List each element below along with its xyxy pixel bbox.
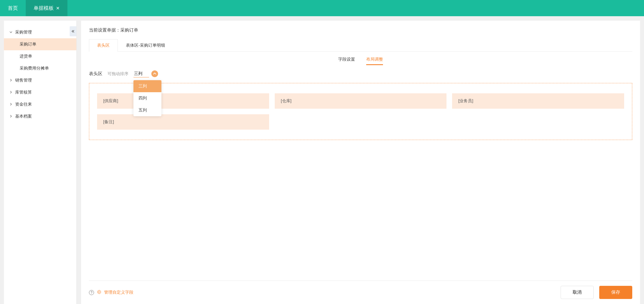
- field-label: [备注]: [103, 119, 114, 124]
- dropdown-item-label: 五列: [138, 108, 147, 112]
- cancel-button[interactable]: 取消: [561, 286, 594, 299]
- sidebar-group-label: 资金往来: [15, 102, 32, 107]
- chevron-up-icon: [153, 73, 156, 75]
- content-area: 当前设置单据：采购订单 表头区 表体区-采购订单明细 字段设置 布局调整 表头区…: [81, 21, 640, 304]
- section-tab-label: 表头区: [97, 43, 110, 48]
- section-tabs: 表头区 表体区-采购订单明细: [89, 39, 632, 52]
- main-container: 采购管理 采购订单 进货单 采购费用分摊单 销售管理 库管核算 资金: [0, 16, 644, 304]
- field-card-remark[interactable]: [备注]: [97, 114, 269, 130]
- sidebar-group-sales[interactable]: 销售管理: [4, 74, 76, 86]
- layout-controls: 表头区 可拖动排序 三列 四列 五列: [89, 70, 632, 77]
- sidebar-item-label: 采购订单: [20, 42, 36, 46]
- footer-buttons: 取消 保存: [561, 286, 632, 299]
- sidebar: 采购管理 采购订单 进货单 采购费用分摊单 销售管理 库管核算 资金: [4, 21, 77, 304]
- column-dropdown: 三列 四列 五列: [133, 80, 161, 116]
- dropdown-item-four[interactable]: 四列: [133, 92, 161, 104]
- sidebar-item-cost-allocation[interactable]: 采购费用分摊单: [4, 62, 76, 74]
- field-drop-area[interactable]: [供应商] [仓库] [业务员] [备注]: [89, 83, 632, 140]
- field-card-supplier[interactable]: [供应商]: [97, 93, 269, 109]
- column-toggle-button[interactable]: [151, 70, 158, 77]
- section-tab-body[interactable]: 表体区-采购订单明细: [118, 39, 173, 52]
- sidebar-group-finance[interactable]: 资金往来: [4, 98, 76, 110]
- field-card-salesperson[interactable]: [业务员]: [452, 93, 624, 109]
- layout-hint: 可拖动排序: [107, 71, 128, 77]
- help-icon[interactable]: ?: [89, 290, 94, 295]
- chevron-right-icon: [10, 91, 12, 94]
- sub-tab-label: 布局调整: [366, 57, 383, 61]
- chevron-right-icon: [10, 79, 12, 82]
- chevron-down-icon: [10, 30, 12, 34]
- field-label: [仓库]: [281, 98, 292, 103]
- save-button[interactable]: 保存: [599, 286, 632, 299]
- layout-area-label: 表头区: [89, 71, 102, 77]
- footer-left: ? 管理自定义字段: [89, 290, 133, 295]
- section-tab-header[interactable]: 表头区: [89, 39, 118, 52]
- sidebar-item-purchase-order[interactable]: 采购订单: [4, 38, 76, 50]
- sidebar-group-basic-files[interactable]: 基本档案: [4, 110, 76, 122]
- sidebar-item-label: 进货单: [20, 54, 32, 58]
- section-tab-label: 表体区-采购订单明细: [126, 43, 165, 48]
- gear-icon: [97, 290, 101, 295]
- dropdown-item-three[interactable]: 三列: [133, 80, 161, 92]
- current-doc-prefix: 当前设置单据：: [89, 28, 120, 32]
- sub-tab-field-settings[interactable]: 字段设置: [338, 57, 355, 65]
- sidebar-group-label: 基本档案: [15, 114, 32, 119]
- dropdown-item-label: 四列: [138, 96, 147, 100]
- field-card-warehouse[interactable]: [仓库]: [275, 93, 447, 109]
- column-input[interactable]: [133, 70, 149, 77]
- sub-tab-layout[interactable]: 布局调整: [366, 57, 383, 65]
- top-bar: 首页 单据模板 ✕: [0, 0, 644, 16]
- chevron-double-left-icon: [71, 30, 75, 33]
- sidebar-item-receiving[interactable]: 进货单: [4, 50, 76, 62]
- close-icon[interactable]: ✕: [56, 6, 60, 11]
- chevron-right-icon: [10, 115, 12, 118]
- chevron-right-icon: [10, 103, 12, 106]
- sidebar-group-label: 销售管理: [15, 78, 32, 83]
- current-doc-label: 当前设置单据：采购订单: [89, 27, 632, 33]
- sidebar-collapse-button[interactable]: [70, 26, 76, 36]
- top-tab-document-template[interactable]: 单据模板 ✕: [26, 0, 67, 16]
- field-label: [供应商]: [103, 98, 118, 103]
- top-tab-label: 首页: [8, 5, 18, 11]
- sidebar-group-purchase[interactable]: 采购管理: [4, 26, 76, 38]
- sidebar-item-label: 采购费用分摊单: [20, 66, 49, 70]
- current-doc-name: 采购订单: [120, 28, 138, 32]
- footer-bar: ? 管理自定义字段 取消 保存: [89, 281, 632, 304]
- top-tab-home[interactable]: 首页: [0, 0, 26, 16]
- dropdown-item-label: 三列: [138, 84, 147, 88]
- top-tab-label: 单据模板: [34, 5, 54, 11]
- sidebar-group-inventory[interactable]: 库管核算: [4, 86, 76, 98]
- sidebar-group-label: 库管核算: [15, 90, 32, 95]
- column-select: 三列 四列 五列: [133, 70, 158, 77]
- sub-tabs: 字段设置 布局调整: [89, 52, 632, 70]
- dropdown-item-five[interactable]: 五列: [133, 104, 161, 116]
- sidebar-group-label: 采购管理: [15, 30, 32, 35]
- manage-custom-fields-link[interactable]: 管理自定义字段: [104, 290, 133, 295]
- field-label: [业务员]: [458, 98, 473, 103]
- sub-tab-label: 字段设置: [338, 57, 355, 61]
